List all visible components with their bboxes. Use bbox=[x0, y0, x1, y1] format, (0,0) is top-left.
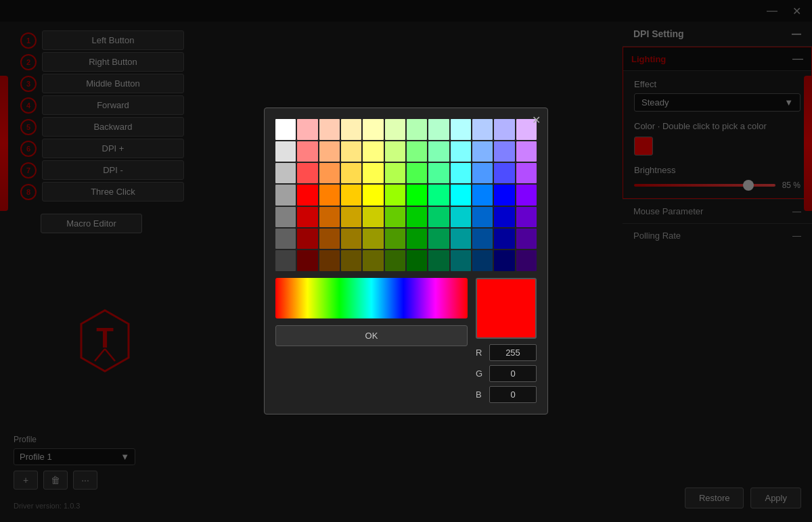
color-cell[interactable] bbox=[428, 250, 449, 270]
color-cell[interactable] bbox=[407, 141, 427, 162]
color-cell[interactable] bbox=[428, 207, 449, 227]
color-cell[interactable] bbox=[516, 185, 537, 205]
color-cell[interactable] bbox=[297, 119, 317, 139]
r-label: R bbox=[476, 348, 484, 358]
color-cell[interactable] bbox=[494, 185, 514, 205]
color-cell[interactable] bbox=[407, 250, 427, 270]
color-cell[interactable] bbox=[319, 119, 340, 139]
modal-right: R G B bbox=[476, 278, 537, 403]
color-cell[interactable] bbox=[385, 229, 405, 249]
color-cell[interactable] bbox=[451, 141, 471, 162]
color-cell[interactable] bbox=[472, 163, 493, 183]
color-cell[interactable] bbox=[341, 229, 361, 249]
color-cell[interactable] bbox=[319, 207, 340, 227]
color-cell[interactable] bbox=[516, 163, 537, 183]
color-cell[interactable] bbox=[275, 163, 296, 183]
color-cell[interactable] bbox=[319, 141, 340, 162]
color-cell[interactable] bbox=[451, 119, 471, 139]
color-cell[interactable] bbox=[275, 207, 296, 227]
color-cell[interactable] bbox=[472, 141, 493, 162]
color-cell[interactable] bbox=[297, 207, 317, 227]
color-cell[interactable] bbox=[385, 141, 405, 162]
color-cell[interactable] bbox=[275, 185, 296, 205]
color-cell[interactable] bbox=[363, 141, 383, 162]
color-cell[interactable] bbox=[516, 141, 537, 162]
color-cell[interactable] bbox=[494, 119, 514, 139]
color-cell[interactable] bbox=[319, 185, 340, 205]
color-cell[interactable] bbox=[407, 163, 427, 183]
color-cell[interactable] bbox=[516, 250, 537, 270]
modal-close-button[interactable]: ✕ bbox=[532, 114, 541, 126]
color-cell[interactable] bbox=[341, 163, 361, 183]
color-cell[interactable] bbox=[297, 250, 317, 270]
color-cell[interactable] bbox=[275, 141, 296, 162]
color-cell[interactable] bbox=[428, 163, 449, 183]
color-cell[interactable] bbox=[385, 207, 405, 227]
color-cell[interactable] bbox=[494, 250, 514, 270]
color-cell[interactable] bbox=[385, 163, 405, 183]
color-cell[interactable] bbox=[275, 119, 296, 139]
r-input[interactable] bbox=[489, 344, 537, 361]
color-cell[interactable] bbox=[385, 185, 405, 205]
color-cell[interactable] bbox=[407, 185, 427, 205]
color-cell[interactable] bbox=[319, 250, 340, 270]
color-cell[interactable] bbox=[428, 119, 449, 139]
color-cell[interactable] bbox=[363, 207, 383, 227]
color-cell[interactable] bbox=[297, 229, 317, 249]
color-cell[interactable] bbox=[363, 250, 383, 270]
color-cell[interactable] bbox=[428, 229, 449, 249]
color-cell[interactable] bbox=[275, 229, 296, 249]
color-cell[interactable] bbox=[472, 207, 493, 227]
color-grid bbox=[275, 119, 537, 270]
hue-bar[interactable] bbox=[275, 278, 468, 318]
g-row: G bbox=[476, 365, 537, 382]
color-cell[interactable] bbox=[407, 207, 427, 227]
app-window: — ✕ 1 Left Button 2 Right Button 3 Middl… bbox=[0, 0, 812, 522]
color-cell[interactable] bbox=[451, 185, 471, 205]
color-picker-modal: ✕ OK R G bbox=[264, 108, 548, 414]
hue-bar-container: OK bbox=[275, 278, 468, 346]
color-cell[interactable] bbox=[407, 119, 427, 139]
color-cell[interactable] bbox=[341, 185, 361, 205]
color-cell[interactable] bbox=[341, 119, 361, 139]
color-cell[interactable] bbox=[341, 250, 361, 270]
ok-button[interactable]: OK bbox=[275, 325, 468, 346]
color-cell[interactable] bbox=[451, 207, 471, 227]
color-cell[interactable] bbox=[407, 229, 427, 249]
color-cell[interactable] bbox=[275, 250, 296, 270]
color-cell[interactable] bbox=[297, 141, 317, 162]
color-cell[interactable] bbox=[363, 119, 383, 139]
color-cell[interactable] bbox=[363, 163, 383, 183]
color-cell[interactable] bbox=[297, 185, 317, 205]
color-cell[interactable] bbox=[341, 207, 361, 227]
color-cell[interactable] bbox=[494, 163, 514, 183]
color-cell[interactable] bbox=[385, 119, 405, 139]
g-label: G bbox=[476, 369, 484, 379]
color-cell[interactable] bbox=[472, 119, 493, 139]
color-cell[interactable] bbox=[341, 141, 361, 162]
color-cell[interactable] bbox=[472, 229, 493, 249]
color-cell[interactable] bbox=[451, 163, 471, 183]
b-label: B bbox=[476, 389, 484, 400]
color-cell[interactable] bbox=[319, 163, 340, 183]
color-cell[interactable] bbox=[494, 229, 514, 249]
color-cell[interactable] bbox=[472, 250, 493, 270]
color-cell[interactable] bbox=[516, 229, 537, 249]
color-cell[interactable] bbox=[428, 141, 449, 162]
r-row: R bbox=[476, 344, 537, 361]
color-cell[interactable] bbox=[451, 250, 471, 270]
b-input[interactable] bbox=[489, 386, 537, 403]
color-cell[interactable] bbox=[428, 185, 449, 205]
color-cell[interactable] bbox=[363, 229, 383, 249]
color-cell[interactable] bbox=[385, 250, 405, 270]
color-cell[interactable] bbox=[363, 185, 383, 205]
color-cell[interactable] bbox=[494, 141, 514, 162]
color-cell[interactable] bbox=[451, 229, 471, 249]
color-cell[interactable] bbox=[319, 229, 340, 249]
rgb-inputs: R G B bbox=[476, 344, 537, 403]
color-cell[interactable] bbox=[494, 207, 514, 227]
g-input[interactable] bbox=[489, 365, 537, 382]
color-cell[interactable] bbox=[472, 185, 493, 205]
color-cell[interactable] bbox=[516, 207, 537, 227]
color-cell[interactable] bbox=[297, 163, 317, 183]
